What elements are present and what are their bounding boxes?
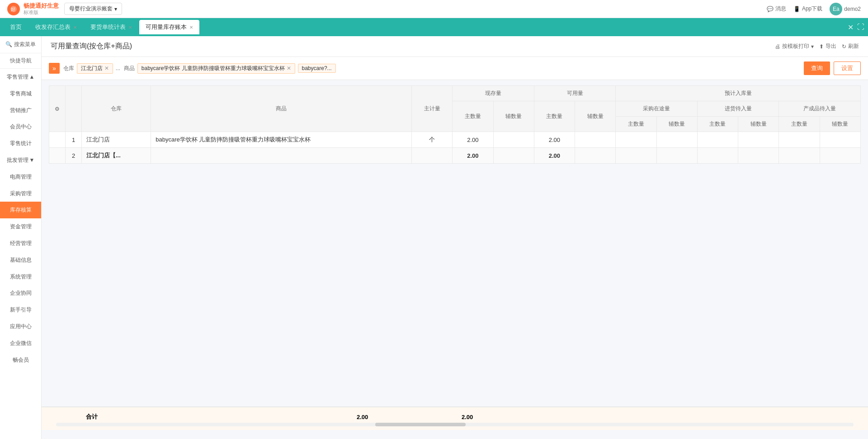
tab-home[interactable]: 首页 (4, 20, 28, 34)
sidebar-item-wholesale-mgmt[interactable]: 批发管理 ▼ (0, 152, 41, 169)
total-current-aux (389, 411, 441, 423)
th-current-main-qty: 主数量 (453, 101, 493, 132)
sidebar-item-member2[interactable]: 畅会员 (0, 352, 41, 368)
sidebar-item-ecommerce[interactable]: 电商管理 (0, 169, 41, 185)
svg-text:好: 好 (11, 7, 15, 12)
product-filter: 商品 babycare学饮杯 儿童防摔防撞吸管杯重力球吸嘴杯宝宝水杯 ✕ bab… (124, 63, 336, 74)
product-remove-icon-1[interactable]: ✕ (287, 65, 291, 71)
sidebar-item-purchase[interactable]: 采购管理 (0, 185, 41, 202)
row1-current-main: 2.00 (453, 132, 493, 148)
subtotal-production-aux (820, 148, 860, 164)
tab-home-label: 首页 (10, 23, 22, 31)
settings-icon[interactable]: ⚙ (55, 106, 60, 112)
sidebar-item-finance[interactable]: 资金管理 (0, 218, 41, 235)
sidebar-item-system[interactable]: 系统管理 (0, 269, 41, 285)
fullscreen-icon[interactable]: ⛶ (857, 23, 864, 31)
tab-inventory[interactable]: 可用量库存账本 ✕ (139, 20, 199, 34)
tab-inventory-close[interactable]: ✕ (189, 25, 193, 30)
refresh-button[interactable]: ↻ 刷新 (842, 42, 859, 50)
filter-area: » 仓库 江北门店 ✕ ... 商品 babycare学饮杯 儿童防摔防撞吸管杯… (42, 57, 868, 80)
sidebar-retail-stats-label: 零售统计 (10, 140, 32, 146)
tab-requisition-label: 要货单统计表 (90, 23, 126, 31)
sidebar-item-retail-stats[interactable]: 零售统计 (0, 135, 41, 152)
logo-subtitle: 标准版 (24, 9, 59, 15)
tab-requisition[interactable]: 要货单统计表 ✕ (84, 20, 138, 34)
app-download-button[interactable]: 📱 App下载 (793, 5, 822, 13)
scrollbar-thumb[interactable] (375, 423, 466, 426)
sidebar-retail-store-label: 零售商城 (10, 90, 32, 97)
sidebar-item-basic-info[interactable]: 基础信息 (0, 252, 41, 269)
logo-area: 好 畅捷通好生意 标准版 (7, 2, 59, 15)
sidebar-new-guide-label: 新手引导 (10, 307, 32, 313)
warehouse-more-indicator[interactable]: ... (116, 65, 120, 71)
warehouse-tag[interactable]: 江北门店 ✕ (77, 63, 113, 74)
th-available-group: 可用量 (534, 86, 616, 101)
sidebar-item-marketing[interactable]: 营销推广 (0, 102, 41, 119)
message-button[interactable]: 💬 消息 (767, 5, 786, 13)
sidebar-item-enterprise[interactable]: 企业协同 (0, 285, 41, 302)
total-production-aux (808, 411, 861, 423)
tab-receipts[interactable]: 收发存汇总表 ✕ (29, 20, 83, 34)
th-incoming-group: 进货待入量 (697, 101, 779, 117)
sidebar-item-enterprise-wechat[interactable]: 企业微信 (0, 335, 41, 352)
export-label: 导出 (826, 42, 836, 50)
product-tag-1[interactable]: babycare学饮杯 儿童防摔防撞吸管杯重力球吸嘴杯宝宝水杯 ✕ (137, 63, 295, 74)
nav-tabs: 首页 收发存汇总表 ✕ 要货单统计表 ✕ 可用量库存账本 ✕ ✕ ⛶ (0, 18, 868, 36)
total-cell-0 (49, 411, 65, 423)
total-purchase-aux (599, 411, 651, 423)
th-num (66, 86, 82, 132)
filter-expand-button[interactable]: » (49, 63, 60, 74)
warehouse-remove-icon[interactable]: ✕ (104, 65, 109, 71)
settings-button[interactable]: 设置 (834, 61, 861, 75)
th-incoming-main-qty: 主数量 (697, 117, 738, 132)
subtotal-incoming-main (697, 148, 738, 164)
product-tag-2[interactable]: babycare?... (298, 64, 336, 73)
tab-receipts-close[interactable]: ✕ (73, 25, 77, 30)
user-area[interactable]: Ea demo2 (830, 3, 861, 15)
subtotal-available-main: 2.00 (534, 148, 575, 164)
sidebar-item-member[interactable]: 会员中心 (0, 118, 41, 135)
sidebar-purchase-label: 采购管理 (10, 190, 32, 197)
sidebar-retail-mgmt-label: 零售管理 (7, 73, 28, 81)
th-unit: 主计量 (411, 86, 452, 132)
subtotal-settings (49, 148, 66, 164)
tab-requisition-close[interactable]: ✕ (128, 25, 132, 30)
row1-purchase-aux (656, 132, 697, 148)
warehouse-filter-label: 仓库 (63, 65, 74, 72)
subtotal-row: 2 江北门店【... 2.00 2.00 (49, 148, 861, 164)
sidebar-ecommerce-label: 电商管理 (10, 174, 32, 180)
sidebar-enterprise-wechat-label: 企业微信 (10, 340, 32, 346)
avatar: Ea (830, 3, 842, 15)
phone-icon: 📱 (793, 6, 800, 12)
print-template-button[interactable]: 🖨 按模板打印 ▾ (775, 42, 814, 50)
sidebar-item-inventory-check[interactable]: 库存核算 (0, 202, 41, 218)
subtotal-production-main (779, 148, 820, 164)
sidebar-item-retail-mgmt[interactable]: 零售管理 ▲ (0, 69, 41, 85)
sidebar-item-operations[interactable]: 经营管理 (0, 235, 41, 252)
export-button[interactable]: ⬆ 导出 (819, 42, 836, 50)
total-current-main: 2.00 (336, 411, 389, 423)
sidebar-item-new-guide[interactable]: 新手引导 (0, 302, 41, 318)
close-all-tabs-icon[interactable]: ✕ (848, 23, 854, 32)
sidebar-quick-nav[interactable]: 快捷导航 (0, 53, 41, 69)
chevron-down-icon: ▼ (29, 156, 35, 164)
page-header: 可用量查询(按仓库+商品) 🖨 按模板打印 ▾ ⬆ 导出 ↻ 刷新 (42, 36, 868, 57)
sidebar-item-app-center[interactable]: 应用中心 (0, 318, 41, 335)
subtotal-warehouse: 江北门店【... (82, 148, 151, 164)
subtotal-purchase-aux (656, 148, 697, 164)
chevron-icon: ▲ (29, 73, 35, 81)
total-row: 合计 2.00 2.00 (49, 411, 861, 423)
industry-selector[interactable]: 母婴行业演示账套 ▾ (64, 3, 122, 15)
row1-production-aux (820, 132, 860, 148)
industry-label: 母婴行业演示账套 (69, 5, 113, 13)
query-button[interactable]: 查询 (804, 61, 830, 75)
horizontal-scrollbar[interactable] (56, 423, 854, 426)
data-table: ⚙ 仓库 商品 主计量 现存量 可用量 预计入库量 主数量 辅数量 主数量 (49, 85, 861, 164)
sidebar-search[interactable]: 🔍 搜索菜单 (0, 36, 41, 53)
sidebar-enterprise-label: 企业协同 (10, 290, 32, 296)
export-icon: ⬆ (819, 43, 824, 50)
sidebar-item-retail-store[interactable]: 零售商城 (0, 85, 41, 102)
sidebar-search-label: 搜索菜单 (14, 41, 36, 47)
th-production-aux-qty: 辅数量 (820, 117, 860, 132)
th-incoming-aux-qty: 辅数量 (738, 117, 779, 132)
